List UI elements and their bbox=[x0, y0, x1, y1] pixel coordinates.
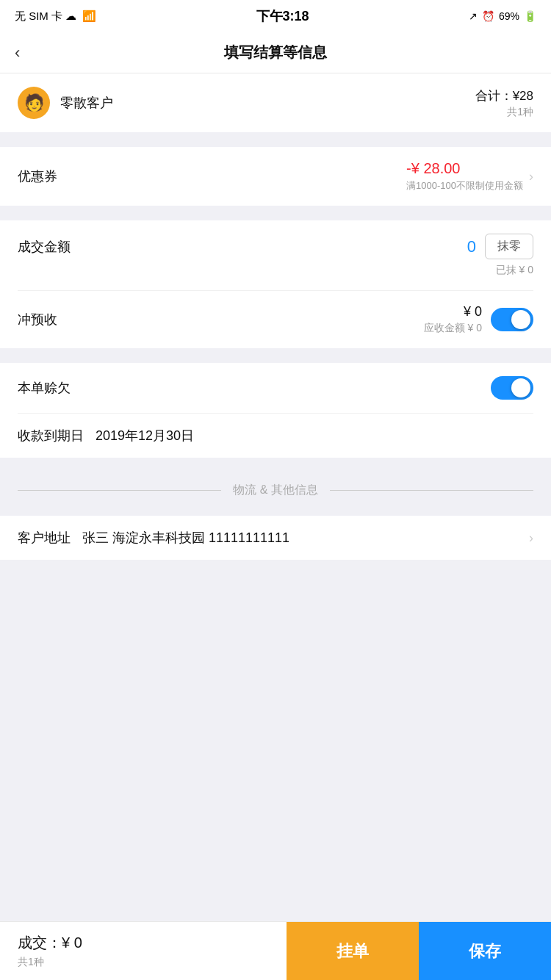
coupon-description: 满1000-100不限制使用金额 bbox=[406, 179, 523, 192]
bottom-deal: 成交：¥ 0 bbox=[18, 933, 269, 953]
amount-right: 0 抹零 bbox=[467, 234, 533, 259]
page-title: 填写结算等信息 bbox=[224, 43, 327, 62]
address-value: 张三 海淀永丰科技园 11111111111 bbox=[82, 529, 289, 547]
bottom-deal-amount: ¥ 0 bbox=[62, 934, 82, 951]
bottom-bar: 成交：¥ 0 共1种 挂单 保存 bbox=[0, 921, 551, 980]
location-icon: ↗ bbox=[469, 10, 478, 22]
advance-row: 冲预收 ¥ 0 应收金额 ¥ 0 bbox=[18, 304, 533, 335]
debt-row: 本单赊欠 bbox=[18, 376, 533, 400]
coupon-label: 优惠券 bbox=[18, 167, 57, 185]
round-zero-button[interactable]: 抹零 bbox=[485, 234, 533, 259]
customer-right: 合计：¥28 共1种 bbox=[475, 87, 533, 119]
nav-bar: ‹ 填写结算等信息 bbox=[0, 32, 551, 73]
bottom-count: 共1种 bbox=[18, 956, 269, 969]
customer-row: 🧑 零散客户 合计：¥28 共1种 bbox=[0, 73, 551, 132]
hang-order-button[interactable]: 挂单 bbox=[287, 922, 419, 980]
coupon-amount: -¥ 28.00 bbox=[406, 160, 523, 177]
section-divider-1 bbox=[0, 140, 551, 147]
duedate-value: 2019年12月30日 bbox=[96, 427, 194, 444]
sim-label: 无 SIM 卡 ☁ bbox=[15, 10, 76, 24]
advance-main: ¥ 0 bbox=[424, 304, 482, 320]
bottom-info: 成交：¥ 0 共1种 bbox=[0, 922, 287, 980]
duedate-label: 收款到期日 bbox=[18, 427, 84, 444]
advance-toggle[interactable] bbox=[491, 308, 533, 331]
duedate-section: 收款到期日 2019年12月30日 bbox=[0, 414, 551, 458]
debt-label: 本单赊欠 bbox=[18, 379, 71, 397]
section-divider-2 bbox=[0, 213, 551, 220]
address-row[interactable]: 客户地址 张三 海淀永丰科技园 11111111111 › bbox=[0, 516, 551, 560]
amount-value: 0 bbox=[467, 237, 476, 256]
amount-sub: 已抹 ¥ 0 bbox=[18, 264, 533, 277]
advance-right: ¥ 0 应收金额 ¥ 0 bbox=[424, 304, 533, 335]
customer-left: 🧑 零散客户 bbox=[18, 87, 113, 119]
status-right: ↗ ⏰ 69% 🔋 bbox=[469, 10, 536, 22]
status-bar: 无 SIM 卡 ☁ 📶 下午3:18 ↗ ⏰ 69% 🔋 bbox=[0, 0, 551, 32]
advance-sub: 应收金额 ¥ 0 bbox=[424, 322, 482, 335]
status-time: 下午3:18 bbox=[256, 7, 309, 25]
customer-name: 零散客户 bbox=[60, 94, 113, 112]
toggle-knob bbox=[511, 310, 530, 329]
save-button[interactable]: 保存 bbox=[419, 922, 551, 980]
logistics-line-right bbox=[330, 490, 533, 491]
address-chevron-icon: › bbox=[529, 530, 533, 546]
section-divider-4 bbox=[0, 465, 551, 472]
back-button[interactable]: ‹ bbox=[15, 43, 20, 62]
coupon-right: -¥ 28.00 满1000-100不限制使用金额 › bbox=[406, 160, 533, 192]
advance-label: 冲预收 bbox=[18, 311, 57, 328]
wifi-icon: 📶 bbox=[82, 10, 96, 23]
alarm-icon: ⏰ bbox=[482, 10, 494, 22]
address-inner-row: 客户地址 张三 海淀永丰科技园 11111111111 › bbox=[18, 529, 533, 547]
coupon-row[interactable]: 优惠券 -¥ 28.00 满1000-100不限制使用金额 › bbox=[0, 147, 551, 206]
section-divider-3 bbox=[0, 356, 551, 363]
amount-row: 成交金额 0 抹零 bbox=[18, 234, 533, 259]
address-label: 客户地址 bbox=[18, 529, 71, 547]
address-left: 客户地址 张三 海淀永丰科技园 11111111111 bbox=[18, 529, 289, 547]
page-spacer bbox=[0, 567, 551, 729]
advance-section: 冲预收 ¥ 0 应收金额 ¥ 0 bbox=[0, 291, 551, 348]
status-left: 无 SIM 卡 ☁ 📶 bbox=[15, 10, 96, 24]
battery-level: 69% bbox=[499, 10, 519, 22]
debt-toggle[interactable] bbox=[491, 376, 533, 400]
advance-amounts: ¥ 0 应收金额 ¥ 0 bbox=[424, 304, 482, 335]
battery-icon: 🔋 bbox=[524, 10, 536, 22]
logistics-text: 物流 & 其他信息 bbox=[233, 483, 318, 498]
chevron-right-icon: › bbox=[529, 169, 533, 184]
customer-total: 合计：¥28 bbox=[475, 87, 533, 104]
amount-label: 成交金额 bbox=[18, 238, 71, 256]
debt-toggle-knob bbox=[511, 378, 530, 397]
avatar: 🧑 bbox=[18, 87, 50, 119]
bottom-deal-prefix: 成交： bbox=[18, 934, 62, 951]
debt-section: 本单赊欠 bbox=[0, 363, 551, 413]
duedate-row: 收款到期日 2019年12月30日 bbox=[18, 427, 533, 444]
amount-section: 成交金额 0 抹零 已抹 ¥ 0 bbox=[0, 220, 551, 290]
logistics-line-left bbox=[18, 490, 221, 491]
logistics-section: 物流 & 其他信息 bbox=[0, 472, 551, 508]
customer-count: 共1种 bbox=[475, 106, 533, 119]
